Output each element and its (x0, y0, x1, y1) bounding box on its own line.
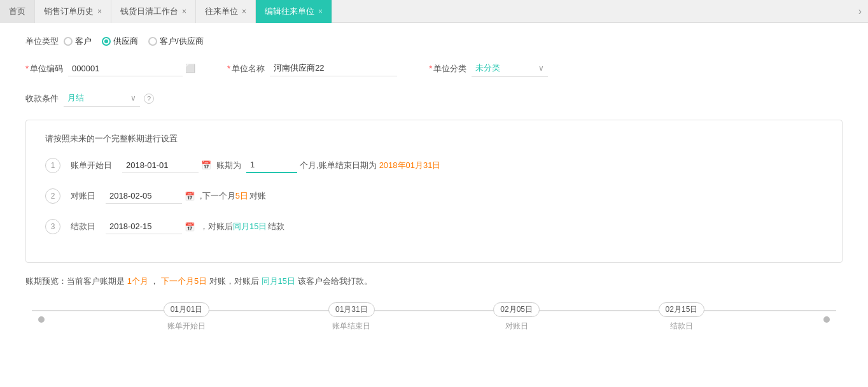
period-date-input-1[interactable] (122, 158, 199, 173)
period-months-input[interactable] (246, 157, 297, 173)
calendar-icon-3[interactable]: 📅 (185, 222, 195, 232)
unit-code-label: 单位编码 (30, 63, 63, 74)
unit-type-group: 单位类型 客户 供应商 客户/供应商 (25, 36, 204, 47)
unit-name-group: * 单位名称 (227, 61, 397, 76)
unit-category-value: 未分类 (475, 62, 535, 74)
timeline-label-3: 对账日 (505, 321, 528, 332)
tab-bar: 首页 销售订单历史 × 钱货日清工作台 × 往来单位 × 编辑往来单位 × › (0, 0, 868, 23)
calendar-icon-1[interactable]: 📅 (201, 160, 211, 170)
unit-type-row: 单位类型 客户 供应商 客户/供应商 (25, 36, 843, 47)
unit-info-row: * 单位编码 ⬜ * 单位名称 * 单位分类 未分类 ∨ (25, 60, 843, 77)
preview-part3: 同月15日 (262, 276, 295, 286)
unit-category-group: * 单位分类 未分类 ∨ (429, 60, 548, 77)
unit-name-required: * (227, 64, 230, 73)
timeline-items: 01月01日 账单开始日 01月31日 账单结束日 02月05日 对账日 02月… (38, 302, 830, 332)
preview-part2: 下一个月5日 (161, 276, 207, 286)
payment-terms-value: 月结 (67, 92, 127, 104)
calendar-icon-2[interactable]: 📅 (185, 192, 195, 201)
period-label-2: 对账日 (71, 190, 95, 202)
period-highlight-3: 同月15日 (233, 221, 267, 232)
tab-partner[interactable]: 往来单位 × (196, 0, 256, 23)
radio-circle-customer (64, 37, 73, 46)
timeline-item-2: 01月31日 账单结束日 (328, 302, 375, 332)
tab-edit-partner[interactable]: 编辑往来单位 × (256, 0, 332, 23)
preview-label: 账期预览：当前客户账期是 (25, 276, 125, 286)
timeline-label-1: 账单开始日 (167, 321, 206, 332)
timeline-badge-3: 02月05日 (493, 302, 540, 317)
preview-mid: 对账，对账后 (209, 276, 259, 286)
chevron-down-icon: ∨ (538, 64, 544, 73)
period-num-1: 1 (45, 158, 60, 173)
dot-start (38, 316, 45, 323)
unit-category-label: 单位分类 (433, 63, 466, 74)
period-row-1: 1 账单开始日 📅 账期为 个月,账单结束日期为 2018年01月31日 (45, 157, 823, 173)
timeline-item-3: 02月05日 对账日 (493, 302, 540, 332)
close-sales-history[interactable]: × (97, 7, 102, 16)
close-edit-partner[interactable]: × (318, 7, 323, 16)
unit-code-group: * 单位编码 ⬜ (25, 61, 195, 76)
help-icon[interactable]: ? (144, 94, 154, 104)
unit-name-label: 单位名称 (232, 63, 265, 74)
period-label-1: 账单开始日 (71, 160, 112, 171)
period-suffix-after-1: 个月,账单结束日期为 (300, 160, 377, 171)
timeline-badge-4: 02月15日 (659, 302, 705, 317)
period-suffix-before-1: 账期为 (216, 160, 241, 171)
payment-terms-group: 收款条件 月结 ∨ ? (25, 90, 154, 107)
period-suffix2-2: 对账 (249, 190, 266, 202)
period-end-date-1: 2018年01月31日 (379, 160, 441, 171)
period-num-2: 2 (45, 188, 60, 204)
period-box-title: 请按照未来的一个完整帐期进行设置 (45, 133, 823, 144)
timeline-label-4: 结款日 (670, 321, 693, 332)
period-highlight-2: 5日 (235, 190, 248, 202)
period-settings-box: 请按照未来的一个完整帐期进行设置 1 账单开始日 📅 账期为 个月,账单结束日期… (25, 120, 843, 263)
copy-icon[interactable]: ⬜ (185, 64, 195, 73)
timeline-badge-2: 01月31日 (328, 302, 375, 317)
preview-section: 账期预览：当前客户账期是 1个月 ， 下一个月5日 对账，对账后 同月15日 该… (25, 276, 843, 287)
period-suffix-3: ，对账后 (200, 221, 233, 232)
unit-type-label: 单位类型 (25, 36, 59, 47)
period-date-input-3[interactable] (106, 219, 182, 234)
preview-part1: 1个月 (127, 276, 148, 286)
close-partner[interactable]: × (242, 7, 246, 16)
close-cash-daily[interactable]: × (182, 7, 186, 16)
timeline-start-dot (38, 307, 45, 332)
unit-name-input[interactable] (270, 61, 397, 76)
tab-cash-daily[interactable]: 钱货日清工作台 × (111, 0, 196, 23)
period-row-3: 3 结款日 📅 ，对账后 同月15日 结款 (45, 219, 823, 234)
radio-circle-supplier (102, 37, 111, 46)
unit-category-select[interactable]: 未分类 ∨ (472, 60, 548, 77)
unit-code-required: * (25, 64, 29, 73)
tab-home[interactable]: 首页 (0, 0, 35, 23)
radio-both[interactable]: 客户/供应商 (148, 36, 204, 47)
chevron-down-icon-payment: ∨ (130, 94, 136, 102)
period-date-input-2[interactable] (106, 188, 182, 204)
preview-comma1: ， (150, 276, 158, 286)
payment-terms-select[interactable]: 月结 ∨ (64, 90, 140, 107)
main-content: 单位类型 客户 供应商 客户/供应商 * 单位编码 (0, 23, 868, 387)
payment-terms-label: 收款条件 (25, 93, 59, 104)
timeline-label-2: 账单结束日 (332, 321, 370, 332)
radio-supplier[interactable]: 供应商 (102, 36, 138, 47)
period-suffix2-3: 结款 (268, 221, 284, 232)
period-row-2: 2 对账日 📅 ,下一个月 5日 对账 (45, 188, 823, 204)
period-num-3: 3 (45, 219, 60, 234)
period-suffix-2: ,下一个月 (200, 190, 235, 202)
timeline-item-4: 02月15日 结款日 (659, 302, 705, 332)
tab-more-button[interactable]: › (852, 6, 868, 17)
timeline-item-1: 01月01日 账单开始日 (164, 302, 210, 332)
dot-end (823, 316, 830, 323)
payment-terms-row: 收款条件 月结 ∨ ? (25, 90, 843, 107)
radio-circle-both (148, 37, 157, 46)
preview-end: 该客户会给我打款。 (298, 276, 372, 286)
radio-group-unit-type: 客户 供应商 客户/供应商 (64, 36, 204, 47)
period-label-3: 结款日 (71, 221, 95, 232)
tab-sales-history[interactable]: 销售订单历史 × (35, 0, 111, 23)
timeline-section: 01月01日 账单开始日 01月31日 账单结束日 02月05日 对账日 02月… (25, 302, 843, 332)
radio-customer[interactable]: 客户 (64, 36, 92, 47)
timeline-badge-1: 01月01日 (164, 302, 210, 317)
timeline-end-dot (823, 307, 830, 332)
unit-code-input[interactable] (68, 61, 183, 76)
unit-category-required: * (429, 64, 432, 73)
